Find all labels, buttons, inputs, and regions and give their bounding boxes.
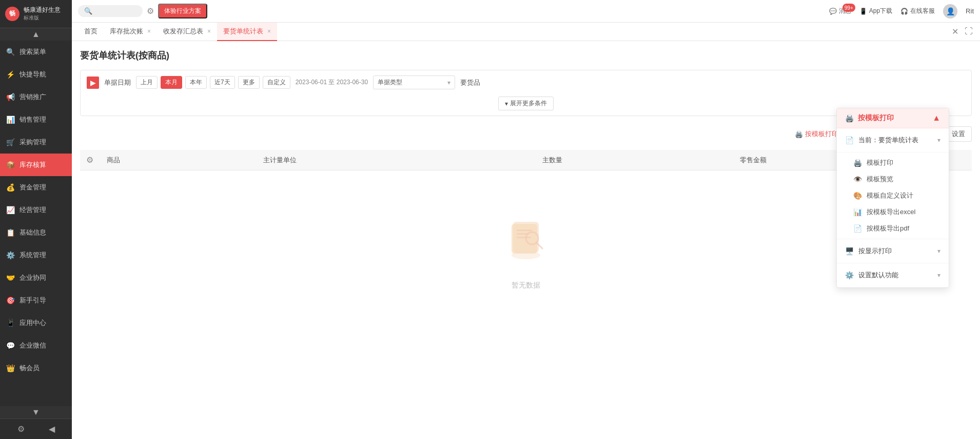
date-btn-custom[interactable]: 自定义	[263, 76, 290, 89]
app-logo-icon: 畅	[5, 7, 19, 21]
template-preview-icon: 👁️	[853, 175, 861, 183]
template-preview-label: 模板预览	[867, 175, 893, 184]
marketing-nav-icon: 📢	[5, 92, 15, 102]
app-download-label: App下载	[869, 7, 892, 15]
page-inner: 要货单统计表(按商品) ▶ 单据日期 上月 本月 本年 近7天 更多 自定义 2…	[72, 41, 980, 439]
sidebar-item-label: 畅会员	[19, 364, 40, 373]
topbar: 🔍 ⚙ 体验行业方案 💬 消息 99+ 📱 App下载 🎧 在线客服 👤	[72, 0, 980, 23]
date-btn-more[interactable]: 更多	[238, 76, 260, 89]
sidebar-scroll-up[interactable]: ▲	[0, 28, 72, 41]
sidebar-item-label: 企业微信	[19, 341, 46, 350]
topbar-left: 🔍 ⚙ 体验行业方案	[78, 4, 825, 18]
date-btn-7days[interactable]: 近7天	[210, 76, 235, 89]
sales-nav-icon: 📊	[5, 114, 15, 125]
dropdown-item-template-design[interactable]: 🎨 模板自定义设计	[837, 187, 949, 204]
filter-expand-button[interactable]: ▶	[87, 77, 99, 89]
sidebar-item-purchase[interactable]: 🛒 采购管理	[0, 131, 72, 154]
dropdown-item-display-print[interactable]: 🖥️ 按显示打印 ▾	[837, 242, 949, 260]
user-avatar[interactable]: 👤	[943, 4, 957, 18]
sidebar-toggle-icon[interactable]: ◀	[49, 424, 55, 434]
tab-receipt-summary-close[interactable]: ×	[207, 28, 211, 35]
tab-order-stats-label: 要货单统计表	[223, 27, 263, 36]
dropdown-print-icon: 🖨️	[845, 114, 854, 122]
sidebar-item-basics[interactable]: 📋 基础信息	[0, 221, 72, 244]
apps-nav-icon: 📱	[5, 318, 15, 328]
table-settings-col: ⚙	[80, 150, 101, 170]
download-icon: 📱	[859, 8, 867, 15]
sidebar-item-wechat[interactable]: 💬 企业微信	[0, 334, 72, 357]
dropdown-title-area: 🖨️ 按模板打印	[845, 113, 894, 123]
order-goods-label: 要货品	[460, 78, 480, 87]
dropdown-close-icon[interactable]: ▲	[932, 113, 940, 123]
online-service-button[interactable]: 🎧 在线客服	[900, 7, 935, 15]
app-download-button[interactable]: 📱 App下载	[859, 7, 892, 15]
sidebar-scroll-down[interactable]: ▼	[0, 406, 72, 418]
tabs-actions: ✕ ⛶	[951, 26, 974, 37]
date-btn-this-month[interactable]: 本月	[161, 76, 182, 89]
tab-receipt-summary-label: 收发存汇总表	[163, 27, 203, 36]
sidebar-item-guide[interactable]: 🎯 新手引导	[0, 289, 72, 312]
table-setting-icon[interactable]: ⚙	[86, 156, 93, 164]
page-title: 要货单统计表(按商品)	[80, 49, 972, 62]
tab-batch-account-label: 库存批次账	[110, 27, 143, 36]
sidebar-item-member[interactable]: 👑 畅会员	[0, 357, 72, 379]
sidebar-item-finance[interactable]: 💰 资金管理	[0, 176, 72, 199]
date-range-text: 2023-06-01 至 2023-06-30	[296, 78, 368, 87]
date-btn-last-month[interactable]: 上月	[136, 76, 158, 89]
dropdown-item-export-pdf[interactable]: 📄 按模板导出pdf	[837, 220, 949, 237]
dropdown-item-export-excel[interactable]: 📊 按模板导出excel	[837, 204, 949, 220]
set-default-label: 设置默认功能	[858, 271, 898, 280]
maximize-window-icon[interactable]: ⛶	[964, 26, 974, 37]
close-window-icon[interactable]: ✕	[951, 26, 959, 37]
tab-batch-account[interactable]: 库存批次账 ×	[104, 23, 157, 41]
display-print-label: 按显示打印	[858, 246, 892, 256]
sidebar-item-inventory[interactable]: 📦 库存核算	[0, 154, 72, 176]
date-btn-this-year[interactable]: 本年	[185, 76, 207, 89]
settings-icon[interactable]: ⚙	[17, 424, 25, 434]
dropdown-item-set-default[interactable]: ⚙️ 设置默认功能 ▾	[837, 266, 949, 284]
dropdown-item-current[interactable]: 📄 当前：要货单统计表 ▾	[837, 131, 949, 149]
system-nav-icon: ⚙️	[5, 250, 15, 260]
promo-button[interactable]: 体验行业方案	[158, 4, 207, 18]
sidebar-item-sales[interactable]: 📊 销售管理	[0, 108, 72, 131]
sidebar-item-system[interactable]: ⚙️ 系统管理	[0, 244, 72, 266]
tab-home[interactable]: 首页	[78, 23, 104, 41]
topbar-search-input[interactable]	[95, 8, 136, 15]
sidebar-item-label: 企业协同	[19, 273, 46, 282]
topbar-search-box[interactable]: 🔍	[78, 5, 143, 17]
topbar-gear-icon[interactable]: ⚙	[147, 6, 154, 16]
messages-button[interactable]: 💬 消息 99+	[829, 7, 851, 15]
sidebar-item-search[interactable]: 🔍 搜索菜单	[0, 41, 72, 63]
order-type-select[interactable]: 单据类型 ▾	[373, 75, 455, 89]
online-service-label: 在线客服	[910, 7, 935, 15]
topbar-search-icon: 🔍	[84, 7, 92, 15]
current-template-arrow: ▾	[937, 137, 940, 144]
sidebar-item-collab[interactable]: 🤝 企业协同	[0, 266, 72, 289]
tab-order-stats-close[interactable]: ×	[267, 28, 271, 35]
sidebar-item-marketing[interactable]: 📢 营销推广	[0, 86, 72, 108]
app-name-block: 畅康通好生意 标准版	[24, 6, 61, 22]
sidebar-item-operations[interactable]: 📈 经营管理	[0, 199, 72, 221]
sidebar-item-apps[interactable]: 📱 应用中心	[0, 312, 72, 334]
topbar-right: 💬 消息 99+ 📱 App下载 🎧 在线客服 👤 Rit	[829, 4, 974, 18]
app-name: 畅康通好生意	[24, 6, 61, 14]
service-icon: 🎧	[900, 8, 908, 15]
dropdown-item-template-print[interactable]: 🖨️ 模板打印	[837, 155, 949, 171]
expand-more-button[interactable]: ▾ 展开更多条件	[498, 97, 554, 110]
template-print-icon: 🖨️	[853, 159, 861, 167]
dropdown-header: 🖨️ 按模板打印 ▲	[837, 108, 949, 128]
operations-nav-icon: 📈	[5, 205, 15, 215]
order-type-arrow-icon: ▾	[447, 79, 450, 86]
template-design-icon: 🎨	[853, 192, 861, 200]
tab-order-stats[interactable]: 要货单统计表 ×	[217, 23, 277, 41]
tab-batch-account-close[interactable]: ×	[147, 28, 151, 35]
sidebar-logo: 畅 畅康通好生意 标准版	[0, 0, 72, 28]
member-nav-icon: 👑	[5, 363, 15, 373]
sidebar-nav: 🔍 搜索菜单 ⚡ 快捷导航 📢 营销推广 📊 销售管理 🛒 采购管理 📦 库存核…	[0, 41, 72, 406]
dropdown-item-template-preview[interactable]: 👁️ 模板预览	[837, 171, 949, 187]
guide-nav-icon: 🎯	[5, 295, 15, 306]
sidebar-item-shortcut[interactable]: ⚡ 快捷导航	[0, 63, 72, 86]
print-icon: 🖨️	[795, 130, 803, 138]
sidebar-item-label: 快捷导航	[19, 70, 46, 79]
tab-receipt-summary[interactable]: 收发存汇总表 ×	[157, 23, 217, 41]
